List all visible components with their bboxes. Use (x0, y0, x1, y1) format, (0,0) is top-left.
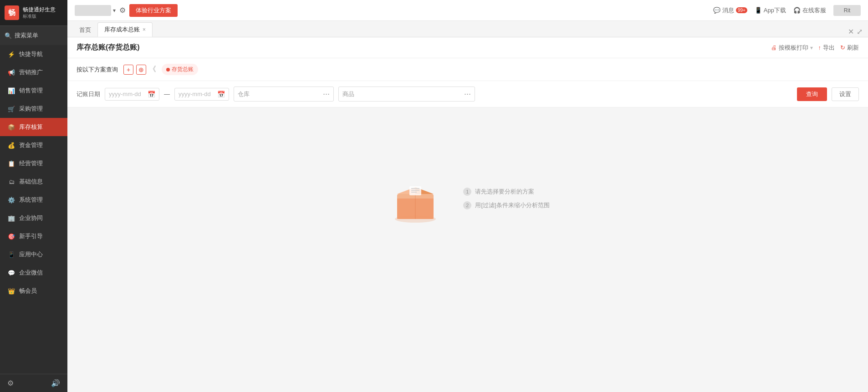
product-select[interactable]: 商品 ··· (338, 87, 475, 102)
sidebar: 畅 畅捷通好生意 标准版 🔍 搜索菜单 ⚡ 快捷导航 📢 营销推广 📊 销售管理… (0, 0, 67, 392)
empty-state: 1 请先选择要分析的方案 2 用[过滤]条件来缩小分析范围 (386, 173, 549, 224)
guide-icon: 🎯 (7, 232, 15, 240)
gear-icon[interactable]: ⚙ (119, 6, 126, 15)
sidebar-item-label: 畅会员 (19, 287, 37, 295)
sidebar-item-inventory[interactable]: 📦 库存核算 (0, 118, 67, 136)
sidebar-bottom: ⚙ 🔊 (0, 374, 67, 392)
hint-text-1: 请先选择要分析的方案 (475, 188, 534, 196)
user-box (75, 5, 111, 16)
sidebar-nav: ⚡ 快捷导航 📢 营销推广 📊 销售管理 🛒 采购管理 📦 库存核算 💰 资金管… (0, 45, 67, 374)
hint-text-2: 用[过滤]条件来缩小分析范围 (475, 201, 549, 209)
page-header: 库存总账(存货总账) 🖨 按模板打印 ▾ ↑ 导出 ↻ 刷新 (67, 37, 868, 58)
sidebar-item-quick-nav[interactable]: ⚡ 快捷导航 (0, 45, 67, 63)
search-icon: 🔍 (5, 32, 12, 39)
tab-inventory-cost[interactable]: 库存成本总账 × (97, 22, 153, 37)
sidebar-item-wechat[interactable]: 💬 企业微信 (0, 264, 67, 282)
tab-close-all-icon[interactable]: ✕ (848, 27, 854, 36)
app-version: 标准版 (23, 13, 56, 20)
filter-option-inventory[interactable]: 存货总账 (162, 64, 198, 75)
operation-icon: 📋 (7, 159, 15, 168)
messages-badge: 99+ (736, 7, 747, 13)
filter-settings-button[interactable]: ⊕ (136, 65, 146, 75)
inventory-icon: 📦 (7, 123, 15, 131)
sidebar-item-label: 企业微信 (19, 269, 43, 277)
print-icon: 🖨 (771, 44, 777, 51)
sidebar-logo: 畅 畅捷通好生意 标准版 (0, 0, 67, 26)
sidebar-item-funds[interactable]: 💰 资金管理 (0, 136, 67, 154)
sidebar-item-sales[interactable]: 📊 销售管理 (0, 81, 67, 100)
product-more-icon[interactable]: ··· (464, 89, 471, 99)
marketing-icon: 📢 (7, 68, 15, 76)
sidebar-item-label: 企业协同 (19, 214, 43, 222)
warehouse-more-icon[interactable]: ··· (323, 89, 330, 99)
date-end-placeholder: yyyy-mm-dd (179, 91, 215, 97)
date-start-input[interactable]: yyyy-mm-dd 📅 (105, 88, 159, 101)
sidebar-item-label: 采购管理 (19, 105, 43, 113)
print-button[interactable]: 🖨 按模板打印 ▾ (771, 44, 813, 52)
chevron-down-icon[interactable]: ▾ (113, 7, 116, 14)
warehouse-label: 仓库 (238, 90, 250, 98)
tab-home[interactable]: 首页 (73, 23, 97, 37)
filter-add-button[interactable]: + (123, 65, 133, 75)
basic-icon: 🗂 (7, 178, 15, 186)
search-menu-button[interactable]: 🔍 搜索菜单 (5, 30, 63, 41)
export-button[interactable]: ↑ 导出 (818, 44, 835, 52)
calendar-end-icon: 📅 (217, 91, 225, 98)
date-separator: — (164, 91, 170, 97)
sidebar-item-label: 应用中心 (19, 250, 43, 259)
topbar-right: 💬 消息 99+ 📱 App下载 🎧 在线客服 Rit (713, 5, 861, 16)
sidebar-item-member[interactable]: 👑 畅会员 (0, 282, 67, 300)
print-label: 按模板打印 (779, 44, 808, 52)
date-end-input[interactable]: yyyy-mm-dd 📅 (174, 88, 229, 101)
empty-state-container: 1 请先选择要分析的方案 2 用[过滤]条件来缩小分析范围 (67, 107, 868, 290)
sidebar-item-label: 资金管理 (19, 141, 43, 149)
date-start-placeholder: yyyy-mm-dd (109, 91, 146, 97)
messages-button[interactable]: 💬 消息 99+ (713, 6, 747, 15)
user-area[interactable]: ▾ (75, 5, 116, 16)
sidebar-item-enterprise[interactable]: 🏢 企业协同 (0, 209, 67, 227)
audio-icon[interactable]: 🔊 (51, 379, 60, 387)
topbar-left: ▾ ⚙ 体验行业方案 (75, 4, 710, 17)
filter-label: 按以下方案查询 (77, 66, 118, 74)
sidebar-item-label: 快捷导航 (19, 50, 43, 58)
tab-close-icon[interactable]: × (143, 26, 146, 33)
filter-actions: + ⊕ 《 (123, 65, 156, 75)
headset-icon: 🎧 (793, 7, 801, 14)
warehouse-select[interactable]: 仓库 ··· (234, 87, 334, 102)
sidebar-item-operation[interactable]: 📋 经营管理 (0, 154, 67, 173)
sidebar-item-label: 销售管理 (19, 87, 43, 95)
sidebar-item-guide[interactable]: 🎯 新手引导 (0, 227, 67, 245)
sidebar-item-purchase[interactable]: 🛒 采购管理 (0, 100, 67, 118)
filter-dot (166, 68, 170, 71)
sidebar-search-area[interactable]: 🔍 搜索菜单 (0, 26, 67, 45)
tab-expand-icon[interactable]: ⤢ (857, 27, 863, 36)
hint-row-1: 1 请先选择要分析的方案 (463, 188, 549, 196)
enterprise-icon: 🏢 (7, 214, 15, 222)
empty-box-svg (386, 173, 445, 224)
filter-collapse-icon[interactable]: 《 (149, 65, 156, 74)
sidebar-item-label: 基础信息 (19, 178, 43, 186)
settings-icon[interactable]: ⚙ (7, 379, 14, 387)
page-title: 库存总账(存货总账) (77, 43, 140, 52)
messages-label: 消息 (722, 6, 734, 15)
refresh-icon: ↻ (840, 44, 845, 51)
query-button[interactable]: 查询 (797, 87, 827, 101)
apps-icon: 📱 (7, 250, 15, 259)
sidebar-item-basic[interactable]: 🗂 基础信息 (0, 173, 67, 191)
industry-solution-button[interactable]: 体验行业方案 (129, 4, 178, 17)
sidebar-item-marketing[interactable]: 📢 营销推广 (0, 63, 67, 81)
filter-option-label: 存货总账 (172, 66, 194, 73)
user-avatar[interactable]: Rit (833, 5, 861, 16)
sidebar-item-system[interactable]: ⚙️ 系统管理 (0, 191, 67, 209)
empty-illustration (386, 173, 445, 224)
app-download-button[interactable]: 📱 App下载 (755, 6, 786, 15)
phone-icon: 📱 (755, 7, 762, 14)
sidebar-item-apps[interactable]: 📱 应用中心 (0, 245, 67, 264)
tabs-bar: 首页 库存成本总账 × ✕ ⤢ (67, 21, 868, 37)
query-form: 记账日期 yyyy-mm-dd 📅 — yyyy-mm-dd 📅 仓库 ··· … (67, 81, 868, 107)
settings-button[interactable]: 设置 (832, 87, 859, 101)
app-logo-icon: 畅 (5, 5, 19, 20)
refresh-button[interactable]: ↻ 刷新 (840, 44, 859, 52)
hint-num-2: 2 (463, 201, 471, 209)
online-service-button[interactable]: 🎧 在线客服 (793, 6, 826, 15)
